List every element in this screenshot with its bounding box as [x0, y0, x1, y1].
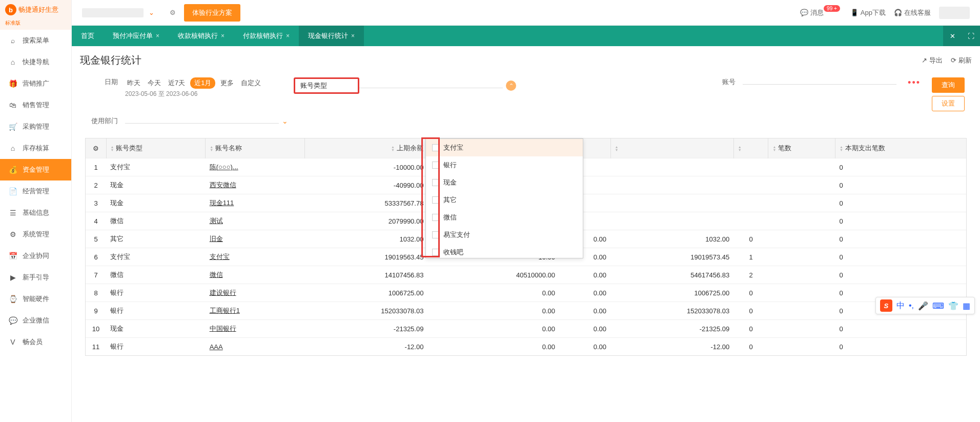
date-opt-近7天[interactable]: 近7天 [166, 77, 187, 89]
company-selector[interactable]: ⌄ [82, 8, 159, 17]
sidebar-item-基础信息[interactable]: ☰基础信息 [0, 202, 71, 224]
fullscreen-button[interactable]: ⛶ [962, 26, 980, 46]
dropdown-option-收钱吧[interactable]: 收钱吧 [426, 244, 583, 258]
chevron-up-icon[interactable]: ⌃ [506, 81, 516, 91]
ime-punct-icon[interactable]: •, [909, 301, 914, 310]
ime-toolbox-icon[interactable]: ▦ [963, 301, 970, 311]
checkbox-icon[interactable] [432, 196, 439, 204]
close-icon[interactable]: × [286, 32, 290, 39]
col-header[interactable]: ▲▼账号类型 [106, 138, 206, 158]
gear-icon[interactable]: ⚙ [93, 145, 99, 152]
cell-name[interactable]: 西安微信 [206, 176, 305, 194]
ime-mic-icon[interactable]: 🎤 [918, 301, 928, 311]
cell-name[interactable]: 微信 [206, 266, 305, 284]
user-avatar[interactable] [939, 7, 970, 19]
sidebar-item-销售管理[interactable]: 🛍销售管理 [0, 94, 71, 116]
ime-logo-icon: S [880, 299, 892, 312]
dropdown-option-支付宝[interactable]: 支付宝 [426, 139, 583, 156]
col-header[interactable]: ▲▼ [733, 138, 768, 158]
col-header[interactable]: ▲▼ [610, 138, 733, 158]
sidebar-item-库存核算[interactable]: ⌂库存核算 [0, 137, 71, 159]
cell-name[interactable]: 中国银行 [206, 320, 305, 338]
acct-select[interactable] [743, 80, 896, 85]
close-icon[interactable]: × [156, 32, 159, 39]
col-header[interactable]: ▲▼笔数 [768, 138, 835, 158]
cell-name[interactable]: 工商银行1 [206, 302, 305, 320]
export-button[interactable]: ↗ 导出 [922, 56, 943, 65]
cell-name[interactable]: 陈(○○○)... [206, 158, 305, 176]
sidebar-item-营销推广[interactable]: 🎁营销推广 [0, 73, 71, 94]
sidebar-item-快捷导航[interactable]: ⌂快捷导航 [0, 51, 71, 73]
checkbox-icon[interactable] [432, 214, 439, 221]
sidebar-item-经营管理[interactable]: 📄经营管理 [0, 180, 71, 202]
row-index: 4 [86, 212, 106, 230]
dropdown-option-其它[interactable]: 其它 [426, 191, 583, 209]
cell-name[interactable]: AAA [206, 338, 305, 356]
cell-name[interactable]: 测试 [206, 212, 305, 230]
dropdown-option-银行[interactable]: 银行 [426, 156, 583, 174]
checkbox-icon[interactable] [432, 144, 439, 151]
cell-name[interactable]: 旧金 [206, 230, 305, 248]
close-icon[interactable]: × [221, 32, 224, 39]
col-header[interactable]: ▲▼上期余额 [304, 138, 427, 158]
checkbox-icon[interactable] [432, 179, 439, 186]
gear-icon[interactable]: ⚙ [170, 9, 176, 16]
service-label: 在线客服 [904, 8, 931, 17]
settings-button[interactable]: 设置 [932, 96, 965, 111]
col-header[interactable]: ▲▼账号名称 [206, 138, 305, 158]
sidebar-item-畅会员[interactable]: V畅会员 [0, 331, 71, 353]
query-button[interactable]: 查询 [932, 77, 965, 93]
sidebar-item-智能硬件[interactable]: ⌚智能硬件 [0, 288, 71, 310]
tab-首页[interactable]: 首页 [72, 26, 104, 46]
cell-name[interactable]: 支付宝 [206, 248, 305, 266]
trial-button[interactable]: 体验行业方案 [184, 4, 240, 22]
close-icon[interactable]: × [351, 32, 355, 39]
date-opt-近1月[interactable]: 近1月 [190, 77, 215, 89]
date-opt-今天[interactable]: 今天 [146, 77, 163, 89]
dropdown-option-易宝支付[interactable]: 易宝支付 [426, 226, 583, 244]
tab-收款核销执行[interactable]: 收款核销执行× [169, 26, 234, 46]
cell-name[interactable]: 建设银行 [206, 284, 305, 302]
sidebar-item-系统管理[interactable]: ⚙系统管理 [0, 224, 71, 245]
close-all-tabs-button[interactable]: ✕ [943, 26, 962, 46]
checkbox-icon[interactable] [432, 249, 439, 256]
checkbox-icon[interactable] [432, 231, 439, 238]
tab-预付冲应付单[interactable]: 预付冲应付单× [104, 26, 169, 46]
dept-select[interactable] [125, 119, 279, 124]
messages-link[interactable]: 💬 消息 99 + [800, 8, 842, 17]
checkbox-icon[interactable] [432, 162, 439, 169]
headset-icon: 🎧 [894, 9, 902, 16]
dropdown-option-label: 银行 [443, 160, 457, 170]
more-filters-button[interactable]: ••• [905, 77, 924, 88]
cell-cnt [768, 338, 835, 356]
ime-skin-icon[interactable]: 👕 [948, 301, 958, 311]
sidebar-item-新手引导[interactable]: ▶新手引导 [0, 267, 71, 288]
date-opt-昨天[interactable]: 昨天 [125, 77, 142, 89]
sidebar-item-企业协同[interactable]: 📅企业协同 [0, 245, 71, 267]
refresh-button[interactable]: ⟳ 刷新 [951, 56, 972, 65]
tab-现金银行统计[interactable]: 现金银行统计× [299, 26, 364, 46]
col-header[interactable]: ▲▼本期支出笔数 [835, 138, 966, 158]
date-opt-自定义[interactable]: 自定义 [239, 77, 263, 89]
app-download-link[interactable]: 📱 App下载 [850, 8, 886, 17]
table-row: 9银行工商银行1152033078.030.000.00152033078.03… [86, 302, 966, 320]
acct-type-select[interactable] [359, 84, 503, 88]
sidebar-item-icon: ▶ [8, 273, 17, 282]
sidebar-item-采购管理[interactable]: 🛒采购管理 [0, 116, 71, 137]
cell-name[interactable]: 现金111 [206, 194, 305, 212]
sidebar-item-企业微信[interactable]: 💬企业微信 [0, 310, 71, 331]
dropdown-option-现金[interactable]: 现金 [426, 174, 583, 191]
ime-lang-label[interactable]: 中 [896, 300, 905, 311]
sidebar-item-资金管理[interactable]: 💰资金管理 [0, 159, 71, 180]
sidebar-item-label: 销售管理 [23, 101, 49, 110]
col-header[interactable]: ⚙ [86, 138, 106, 158]
dropdown-option-微信[interactable]: 微信 [426, 209, 583, 226]
sidebar-item-搜索菜单[interactable]: ⌕搜索菜单 [0, 30, 71, 51]
table-row: 8银行建设银行1006725.000.000.001006725.0000 [86, 284, 966, 302]
ime-keyboard-icon[interactable]: ⌨ [932, 301, 944, 311]
customer-service-link[interactable]: 🎧 在线客服 [894, 8, 931, 17]
cell-prev: 2079990.00 [304, 212, 427, 230]
chevron-down-icon[interactable]: ⌄ [282, 117, 288, 125]
date-opt-更多[interactable]: 更多 [218, 77, 236, 89]
tab-付款核销执行[interactable]: 付款核销执行× [234, 26, 299, 46]
